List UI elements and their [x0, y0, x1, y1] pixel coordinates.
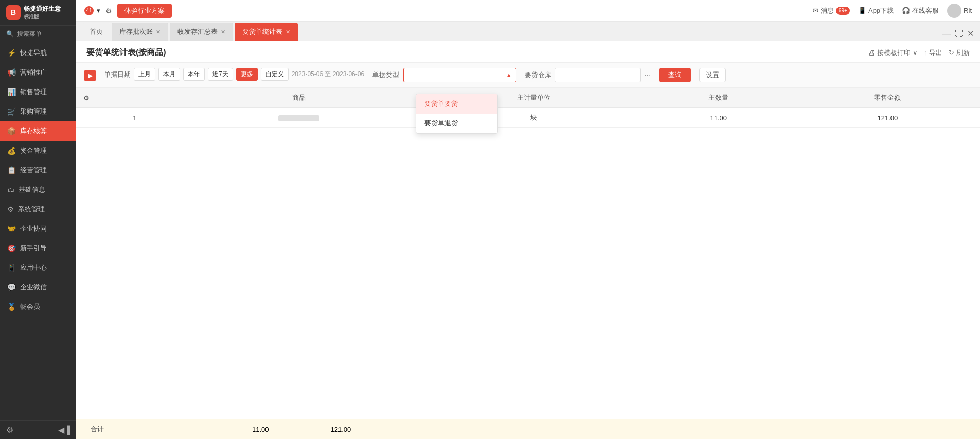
tab-expand-icon[interactable]: ⛶ — [955, 29, 963, 39]
sidebar-item-enterprise[interactable]: 🤝 企业协同 — [0, 219, 76, 239]
sidebar-item-label: 销售管理 — [20, 87, 47, 97]
sidebar: B 畅捷通好生意 标准版 🔍 搜索菜单 ⚡ 快捷导航 📢 营销推广 📊 销售管理… — [0, 0, 76, 439]
tab-close-icon[interactable]: ✕ — [221, 29, 225, 35]
topbar-right: ✉ 消息 99+ 📱 App下载 🎧 在线客服 Rit — [813, 4, 972, 18]
app-center-icon: 📱 — [7, 264, 16, 272]
sidebar-item-label: 快捷导航 — [20, 48, 47, 58]
message-icon: ✉ — [813, 7, 818, 14]
warehouse-filter: 要货仓库 ··· — [525, 68, 651, 82]
sidebar-item-label: 基础信息 — [19, 185, 45, 194]
type-select[interactable]: ▲ — [403, 68, 516, 82]
table-row: 1 块 11.00 121.00 — [76, 108, 980, 128]
tab-close-icon[interactable]: ✕ — [286, 29, 290, 35]
sidebar-bottom: ⚙ ◀▐ — [0, 420, 76, 439]
app-name: 畅捷通好生意 — [24, 5, 61, 13]
sidebar-item-wechat[interactable]: 💬 企业微信 — [0, 278, 76, 297]
last-month-btn[interactable]: 上月 — [134, 68, 155, 81]
refresh-btn[interactable]: ↻ 刷新 — [949, 48, 970, 58]
sidebar-item-marketing[interactable]: 📢 营销推广 — [0, 63, 76, 82]
dropdown-item-order-goods[interactable]: 要货单要货 — [416, 94, 497, 114]
sidebar-item-guide[interactable]: 🎯 新手引导 — [0, 239, 76, 258]
query-btn[interactable]: 查询 — [659, 68, 691, 82]
table-footer: 合计 11.00 121.00 — [76, 419, 980, 439]
sidebar-item-label: 应用中心 — [20, 263, 47, 272]
sidebar-item-label: 企业协同 — [20, 224, 47, 233]
table-settings-icon[interactable]: ⚙ — [83, 94, 90, 102]
type-select-arrow-icon: ▲ — [506, 71, 512, 79]
tab-home-label: 首页 — [90, 27, 103, 36]
tab-home[interactable]: 首页 — [82, 23, 110, 41]
tab-batch-account[interactable]: 库存批次账 ✕ — [112, 23, 168, 41]
topbar-left: 41 ▾ ⚙ 体验行业方案 — [84, 4, 172, 18]
custom-date-btn[interactable]: 自定义 — [261, 68, 289, 81]
filter-toggle-btn[interactable]: ▶ — [84, 70, 96, 81]
store-selector[interactable]: 41 ▾ — [84, 6, 100, 15]
topbar-gear-icon[interactable]: ⚙ — [105, 7, 112, 15]
footer-label: 合计 — [82, 425, 211, 434]
enterprise-icon: 🤝 — [7, 225, 16, 233]
table-container: ⚙ 商品 主计量单位 主数量 零售金额 1 — [76, 88, 980, 419]
user-menu[interactable]: Rit — [947, 4, 972, 18]
sidebar-item-quick-nav[interactable]: ⚡ 快捷导航 — [0, 43, 76, 63]
sidebar-item-purchase[interactable]: 🛒 采购管理 — [0, 102, 76, 121]
main-area: 41 ▾ ⚙ 体验行业方案 ✉ 消息 99+ 📱 App下载 🎧 在线客服 — [76, 0, 980, 439]
sidebar-item-member[interactable]: 🏅 畅会员 — [0, 297, 76, 317]
sidebar-search[interactable]: 🔍 搜索菜单 — [0, 26, 76, 43]
trial-btn[interactable]: 体验行业方案 — [117, 4, 172, 18]
sidebar-item-sales[interactable]: 📊 销售管理 — [0, 82, 76, 102]
this-year-btn[interactable]: 本年 — [183, 68, 205, 81]
col-product: 商品 — [173, 88, 426, 108]
tab-order-stats[interactable]: 要货单统计表 ✕ — [235, 23, 298, 41]
sidebar-item-system[interactable]: ⚙ 系统管理 — [0, 199, 76, 219]
cell-product — [173, 108, 426, 128]
search-icon: 🔍 — [6, 30, 14, 38]
refresh-label: 刷新 — [956, 48, 970, 58]
sidebar-item-app-center[interactable]: 📱 应用中心 — [0, 258, 76, 278]
sidebar-item-label: 库存核算 — [20, 126, 47, 136]
dropdown-arrow-icon: ▾ — [97, 7, 100, 14]
date-filter-group: 单据日期 上月 本月 本年 近7天 更多 自定义 2023-05-06 至 20… — [104, 68, 364, 81]
tab-label: 收发存汇总表 — [177, 27, 218, 36]
purchase-icon: 🛒 — [7, 107, 16, 116]
tab-label: 要货单统计表 — [242, 27, 282, 36]
print-label: 按模板打印 — [877, 48, 911, 58]
this-month-btn[interactable]: 本月 — [158, 68, 180, 81]
print-template-btn[interactable]: 🖨 按模板打印 ∨ — [868, 48, 918, 58]
sidebar-settings-btn[interactable]: ⚙ — [6, 425, 13, 435]
page-header: 要货单统计表(按商品) 🖨 按模板打印 ∨ ↑ 导出 ↻ 刷新 — [76, 41, 980, 63]
last7days-btn[interactable]: 近7天 — [208, 68, 233, 81]
sidebar-item-inventory[interactable]: 📦 库存核算 — [0, 121, 76, 141]
dropdown-item-order-return[interactable]: 要货单退货 — [416, 114, 497, 133]
col-index — [97, 88, 173, 108]
settings-btn[interactable]: 设置 — [699, 68, 726, 82]
more-btn[interactable]: 更多 — [236, 68, 258, 81]
type-filter-group: 单据类型 ▲ — [372, 68, 516, 82]
finance-icon: 💰 — [7, 147, 16, 155]
search-label: 搜索菜单 — [17, 30, 42, 39]
online-service-btn[interactable]: 🎧 在线客服 — [902, 6, 939, 15]
export-btn[interactable]: ↑ 导出 — [924, 48, 943, 58]
inventory-icon: 📦 — [7, 127, 16, 135]
guide-icon: 🎯 — [7, 244, 16, 252]
tab-close-all-icon[interactable]: ✕ — [967, 29, 974, 39]
sidebar-collapse-btn[interactable]: ◀▐ — [58, 425, 70, 435]
cell-quantity: 11.00 — [642, 108, 795, 128]
sidebar-item-operation[interactable]: 📋 经营管理 — [0, 160, 76, 180]
tab-close-icon[interactable]: ✕ — [156, 29, 161, 35]
messages-badge: 99+ — [836, 7, 850, 15]
footer-amount: 121.00 — [331, 426, 351, 433]
warehouse-input[interactable] — [555, 68, 641, 82]
warehouse-label: 要货仓库 — [525, 70, 551, 80]
sidebar-item-finance[interactable]: 💰 资金管理 — [0, 141, 76, 160]
app-download-btn[interactable]: 📱 App下载 — [858, 6, 894, 15]
sidebar-item-label: 资金管理 — [20, 146, 47, 155]
tab-receive-summary[interactable]: 收发存汇总表 ✕ — [170, 23, 233, 41]
cell-index: 1 — [97, 108, 173, 128]
sidebar-nav: ⚡ 快捷导航 📢 营销推广 📊 销售管理 🛒 采购管理 📦 库存核算 💰 资金管… — [0, 43, 76, 420]
sidebar-item-base-info[interactable]: 🗂 基础信息 — [0, 180, 76, 199]
user-name: Rit — [964, 7, 972, 14]
warehouse-more-icon[interactable]: ··· — [644, 70, 651, 80]
tab-minimize-icon[interactable]: — — [942, 29, 951, 39]
messages-btn[interactable]: ✉ 消息 99+ — [813, 6, 850, 15]
export-icon: ↑ — [924, 49, 928, 57]
